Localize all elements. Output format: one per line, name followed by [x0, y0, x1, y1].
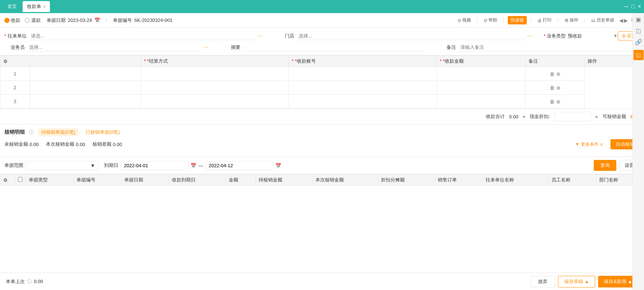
table-footer: 收款合计 0.00 + 现金折扣: = 可核销金额 0.00 [0, 109, 644, 124]
nav-arrows: ◀ ▶ [619, 17, 628, 23]
row-2-account[interactable] [141, 81, 288, 95]
counterpart-label: 往来单位 [4, 33, 27, 39]
radio-collect[interactable]: 收款 [4, 17, 20, 24]
sum-label: 收款合计 [486, 113, 505, 120]
select-all-checkbox[interactable] [18, 177, 23, 182]
row-1-payment[interactable] [30, 67, 141, 81]
sidebar-icon-2[interactable]: ◫ [636, 27, 641, 34]
unreconciled-label: 未核销金额 [4, 141, 28, 148]
table-col-num [30, 56, 141, 67]
sum-value: 0.00 [509, 114, 518, 119]
btcol-current: 本次核销金额 [312, 175, 378, 186]
sidebar-icon-4[interactable]: ◱ [633, 50, 644, 60]
radio-group: 收款 退款 [4, 17, 41, 24]
table-row: 3 🗑 ⊕ [0, 95, 644, 109]
calendar-icon[interactable]: 📅 [94, 17, 100, 23]
date-value[interactable]: 2023-03-24 [68, 17, 92, 23]
bottom-table-section: ⚙ 单据类型 单据编号 单据日期 收款到期日 金额 待核销金额 本次核销金额 折… [0, 174, 644, 186]
salesperson-more-icon[interactable]: ··· [204, 44, 208, 51]
tab-close-icon[interactable]: × [43, 4, 46, 9]
date-dash: — [199, 163, 203, 168]
completed-tab[interactable]: 已核销单据(0笔) [83, 128, 123, 136]
row-2-copy-icon[interactable]: ⊕ [556, 85, 561, 91]
radio-refund[interactable]: 退款 [25, 17, 41, 24]
btcol-settings[interactable]: ⚙ [0, 175, 15, 186]
row-2-remark[interactable] [437, 81, 526, 95]
bottom-left: 本单上次 ⓘ 0.00 [6, 278, 43, 285]
more-conditions[interactable]: ▼ 更多条件 ∧ [575, 141, 603, 148]
current-reconcile-label: 本次核销金额 [46, 141, 74, 148]
row-3-amount[interactable] [289, 95, 437, 109]
gear-icon: ⚙ [622, 34, 626, 39]
discount-input[interactable] [554, 112, 591, 121]
sidebar-icon-3[interactable]: 🔗 [635, 39, 642, 46]
btcol-counterpart: 往来单位名称 [483, 175, 549, 186]
row-2-delete-icon[interactable]: 🗑 [550, 85, 555, 91]
row-1-ops: 🗑 ⊕ [526, 67, 585, 81]
sidebar-icon-1[interactable]: ▣ [636, 16, 641, 23]
prev-arrow[interactable]: ◀ [619, 17, 623, 23]
btcol-amount: 金额 [226, 175, 256, 186]
doc-number-value[interactable]: SK-20230324-001 [134, 17, 173, 23]
history-btn[interactable]: 🗂 历史单据 [589, 16, 616, 24]
radio-collect-label: 收款 [11, 17, 20, 24]
abandon-button[interactable]: 放弃 [530, 276, 555, 287]
counterpart-more-icon[interactable]: ··· [258, 33, 262, 39]
print-btn[interactable]: 🖨 打印 [535, 16, 554, 24]
row-3-delete-icon[interactable]: 🗑 [550, 99, 555, 105]
bottom-info-icon[interactable]: ⓘ [27, 278, 32, 285]
operations-btn[interactable]: ⚙ 操作 [562, 16, 581, 24]
calendar-to-icon[interactable]: 📅 [275, 163, 281, 168]
table-section: ⚙ *结算方式 *收款账号 *收款金额 备注 操作 [0, 55, 644, 125]
row-1-copy-icon[interactable]: ⊕ [556, 71, 561, 77]
row-1-amount[interactable] [289, 67, 437, 81]
salesperson-input[interactable] [27, 43, 201, 51]
summary-input[interactable] [243, 43, 424, 51]
pending-tab[interactable]: 待核销单据(0笔) [38, 128, 78, 136]
next-arrow[interactable]: ▶ [624, 17, 628, 23]
help-btn[interactable]: ⊙ 帮助 [482, 16, 499, 24]
remark-input[interactable] [458, 43, 640, 51]
row-3-payment[interactable] [30, 95, 141, 109]
store-more-icon[interactable]: ··· [527, 33, 532, 39]
row-2-payment[interactable] [30, 81, 141, 95]
reconcile-info-icon[interactable]: ⓘ [29, 129, 34, 136]
counterpart-input[interactable] [29, 32, 255, 40]
calendar-from-icon[interactable]: 📅 [191, 163, 196, 168]
maximize-icon[interactable]: □ [631, 3, 635, 10]
right-sidebar: ▣ ◫ 🔗 ◱ [632, 13, 644, 290]
business-type-select[interactable]: 预收款 ▼ [568, 33, 618, 39]
save-draft-button[interactable]: 保存草稿 ▲ [558, 276, 596, 287]
row-3-remark[interactable] [437, 95, 526, 109]
row-3-account[interactable] [141, 95, 288, 109]
form-row-1: 往来单位 ··· 门店 ··· 业务类型 预收款 ▼ ⚙ 设置 [4, 31, 640, 40]
reconcile-stats: 未核销金额 0.00 本次核销金额 0.00 核销差额 0.00 ▼ 更多条件 … [4, 139, 640, 149]
doc-number-field: 单据编号 SK-20230324-001 [113, 17, 173, 24]
row-3-copy-icon[interactable]: ⊕ [556, 99, 561, 105]
summary-label: 摘要 [220, 44, 240, 51]
diff-stat: 核销差额 0.00 [93, 141, 122, 148]
row-1-account[interactable] [141, 67, 288, 81]
store-input[interactable] [297, 32, 525, 40]
shortcut-btn[interactable]: 快捷键 [508, 16, 527, 24]
row-1-num: 1 [0, 67, 30, 81]
row-2-amount[interactable] [289, 81, 437, 95]
row-1-delete-icon[interactable]: 🗑 [550, 71, 555, 77]
chevron-up-icon: ∧ [600, 142, 603, 147]
minimize-icon[interactable]: ─ [624, 3, 628, 10]
query-button[interactable]: 查询 [594, 160, 616, 171]
video-btn[interactable]: ⊙ 视频 [455, 16, 473, 24]
range-select[interactable]: ▼ [25, 161, 98, 170]
close-icon[interactable]: × [638, 3, 641, 10]
row-1-remark[interactable] [437, 67, 526, 81]
table-col-settings[interactable]: ⚙ [0, 56, 30, 67]
date-from-input[interactable] [121, 161, 188, 170]
tab-current[interactable]: 收款单 × [23, 1, 50, 12]
filter-row: 单据范围 ▼ 到期日 📅 — 📅 查询 设置 [0, 157, 644, 174]
reconcile-section: 核销明细 ⓘ 待核销单据(0笔) 已核销单据(0笔) 未核销金额 0.00 本次… [0, 125, 644, 157]
btcol-pending: 待核销金额 [255, 175, 312, 186]
date-to-input[interactable] [205, 161, 273, 170]
btcol-sales-order: 销售订单 [435, 175, 483, 186]
tab-home[interactable]: 首页 [3, 1, 21, 12]
equals-operator: = [595, 114, 598, 119]
